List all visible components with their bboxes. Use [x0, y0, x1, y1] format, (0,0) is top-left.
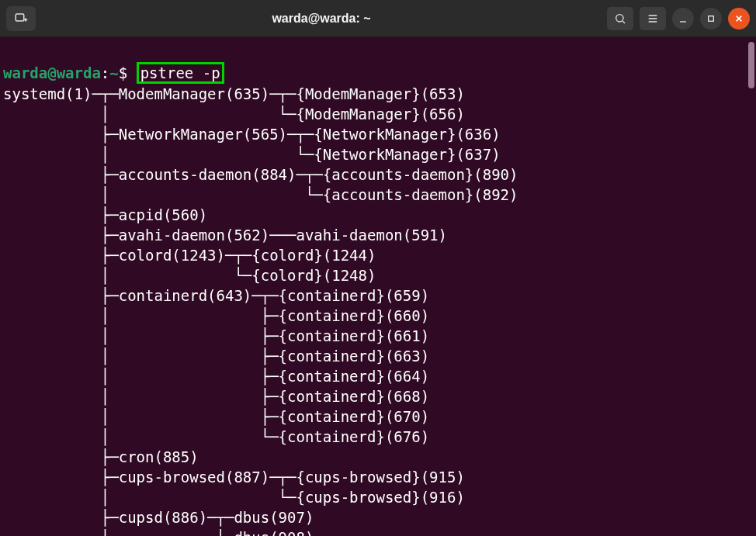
terminal-output[interactable]: warda@warda:~$ pstree -p systemd(1)─┬─Mo…	[0, 37, 756, 536]
tree-line: │ └─{colord}(1248)	[3, 265, 756, 285]
prompt-path: ~	[109, 64, 118, 81]
pstree-output: systemd(1)─┬─ModemManager(635)─┬─{ModemM…	[3, 84, 756, 536]
menu-button[interactable]	[640, 7, 666, 30]
svg-rect-0	[16, 14, 24, 21]
tree-line: │ ├─{containerd}(668)	[3, 386, 756, 406]
tree-line: │ └─{accounts-daemon}(892)	[3, 185, 756, 205]
close-button[interactable]	[728, 8, 750, 29]
search-icon	[614, 12, 626, 25]
maximize-icon	[705, 12, 717, 25]
tree-line: │ └─{containerd}(676)	[3, 427, 756, 447]
svg-rect-2	[709, 16, 714, 21]
tree-line: ├─cupsd(886)─┬─dbus(907)	[3, 507, 756, 527]
scrollbar-thumb[interactable]	[748, 42, 754, 88]
tree-line: │ ├─{containerd}(663)	[3, 346, 756, 366]
maximize-button[interactable]	[700, 8, 722, 29]
search-button[interactable]	[607, 7, 633, 30]
prompt-symbol: $	[119, 64, 137, 81]
hamburger-icon	[647, 12, 659, 25]
tree-line: systemd(1)─┬─ModemManager(635)─┬─{ModemM…	[3, 84, 756, 104]
prompt-colon: :	[101, 64, 109, 81]
window-title: warda@warda: ~	[42, 12, 601, 26]
minimize-button[interactable]	[672, 8, 694, 29]
svg-point-1	[616, 14, 623, 21]
tree-line: ├─cups-browsed(887)─┬─{cups-browsed}(915…	[3, 467, 756, 487]
tree-line: ├─colord(1243)─┬─{colord}(1244)	[3, 245, 756, 265]
command-highlighted: pstree -p	[137, 62, 224, 84]
tree-line: ├─avahi-daemon(562)───avahi-daemon(591)	[3, 225, 756, 245]
tree-line: ├─containerd(643)─┬─{containerd}(659)	[3, 285, 756, 306]
tree-line: │ ├─{containerd}(660)	[3, 306, 756, 326]
terminal-plus-icon	[14, 12, 28, 26]
tree-line: │ ├─{containerd}(670)	[3, 406, 756, 427]
tree-line: ├─accounts-daemon(884)─┬─{accounts-daemo…	[3, 164, 756, 185]
tree-line: │ ├─dbus(908)	[3, 527, 756, 536]
tree-line: │ └─{cups-browsed}(916)	[3, 487, 756, 507]
tree-line: ├─cron(885)	[3, 447, 756, 467]
tree-line: │ └─{ModemManager}(656)	[3, 104, 756, 124]
tree-line: │ ├─{containerd}(664)	[3, 366, 756, 386]
prompt-user-host: warda@warda	[3, 64, 101, 81]
tree-line: ├─acpid(560)	[3, 205, 756, 225]
close-icon	[733, 12, 745, 25]
titlebar: warda@warda: ~	[0, 0, 756, 37]
tree-line: ├─NetworkManager(565)─┬─{NetworkManager}…	[3, 124, 756, 144]
tree-line: │ ├─{containerd}(661)	[3, 326, 756, 346]
tree-line: │ └─{NetworkManager}(637)	[3, 144, 756, 164]
new-tab-button[interactable]	[6, 6, 36, 31]
minimize-icon	[677, 12, 689, 25]
